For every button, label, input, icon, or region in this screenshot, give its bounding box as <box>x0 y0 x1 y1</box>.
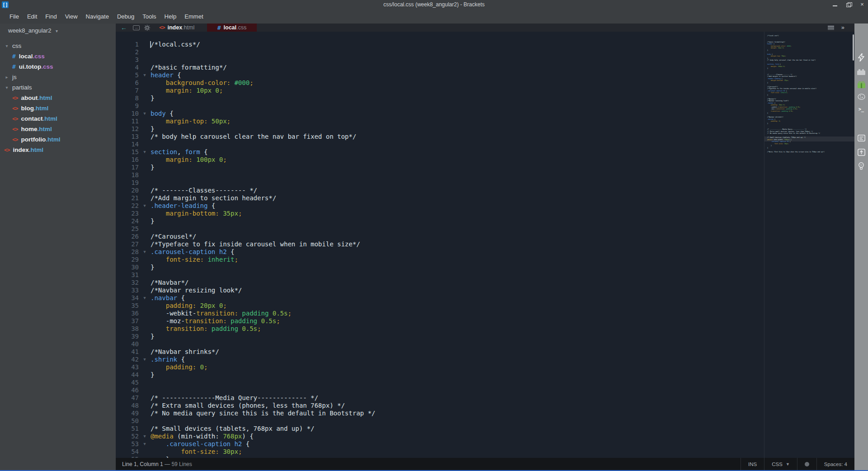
fold-triangle-icon[interactable]: ▼ <box>139 440 151 448</box>
tree-folder-css[interactable]: ▾css <box>0 41 116 51</box>
fold-gutter[interactable] <box>139 233 151 240</box>
fold-gutter[interactable] <box>139 187 151 194</box>
menu-item-navigate[interactable]: Navigate <box>82 11 113 22</box>
menu-item-view[interactable]: View <box>61 11 82 22</box>
fold-gutter[interactable] <box>139 302 151 310</box>
fold-gutter[interactable] <box>139 141 151 148</box>
working-files-list-icon[interactable] <box>828 26 834 30</box>
tab-local-css[interactable]: # local .css <box>207 24 257 32</box>
fold-gutter[interactable] <box>139 179 151 187</box>
cookie-icon[interactable] <box>854 92 868 102</box>
fold-gutter[interactable] <box>139 125 151 133</box>
split-view-icon[interactable]: ↔ <box>133 25 140 30</box>
lint-status-indicator[interactable] <box>797 458 816 470</box>
fold-gutter[interactable] <box>139 333 151 340</box>
fold-gutter[interactable] <box>139 417 151 425</box>
menu-item-help[interactable]: Help <box>160 11 181 22</box>
close-button[interactable]: × <box>859 2 865 7</box>
fold-gutter[interactable] <box>139 210 151 217</box>
fold-triangle-icon[interactable]: ▼ <box>139 294 151 302</box>
tree-file-blog-html[interactable]: <>blog.html <box>0 103 116 113</box>
fold-gutter[interactable] <box>139 240 151 248</box>
insert-mode-indicator[interactable]: INS <box>741 458 764 470</box>
fold-gutter[interactable] <box>139 87 151 94</box>
fold-gutter[interactable] <box>139 325 151 333</box>
tree-folder-js[interactable]: ▸js <box>0 72 116 82</box>
navigate-back-icon[interactable]: ← <box>121 24 127 32</box>
chevron-down-icon[interactable]: ▾ <box>5 43 9 48</box>
fold-triangle-icon[interactable]: ▼ <box>139 110 151 118</box>
code-editor[interactable]: 1/*local.css*/234/*basic formatting*/5▼h… <box>116 32 854 458</box>
fold-gutter[interactable] <box>139 363 151 371</box>
tree-file-contact-html[interactable]: <>contact.html <box>0 113 116 124</box>
fold-gutter[interactable] <box>139 317 151 325</box>
tab-overflow-chevrons-icon[interactable]: » <box>841 24 844 32</box>
fold-gutter[interactable] <box>139 410 151 417</box>
tree-file-index-html[interactable]: <>index.html <box>0 145 116 155</box>
fold-gutter[interactable] <box>139 48 151 56</box>
fold-gutter[interactable] <box>139 379 151 386</box>
fold-triangle-icon[interactable]: ▼ <box>139 148 151 156</box>
tree-file-ui.totop-css[interactable]: #ui.totop.css <box>0 61 116 72</box>
fold-gutter[interactable] <box>139 94 151 102</box>
fold-gutter[interactable] <box>139 156 151 164</box>
fold-gutter[interactable] <box>139 56 151 64</box>
fold-triangle-icon[interactable]: ▼ <box>139 71 151 79</box>
fold-gutter[interactable] <box>139 133 151 141</box>
notes-icon[interactable] <box>854 133 868 143</box>
tree-file-home-html[interactable]: <>home.html <box>0 124 116 134</box>
minimize-button[interactable] <box>832 2 838 7</box>
tree-file-about-html[interactable]: <>about.html <box>0 93 116 103</box>
menu-item-file[interactable]: File <box>5 11 23 22</box>
fold-gutter[interactable] <box>139 287 151 294</box>
fold-gutter[interactable] <box>139 164 151 171</box>
fold-gutter[interactable] <box>139 217 151 225</box>
fold-gutter[interactable] <box>139 118 151 125</box>
live-preview-lightning-icon[interactable] <box>854 52 868 62</box>
editor-scrollbar[interactable] <box>853 34 854 61</box>
upload-icon[interactable] <box>854 147 868 157</box>
tree-file-portfolio-html[interactable]: <>portfolio.html <box>0 134 116 145</box>
chevron-right-icon[interactable]: ▸ <box>5 75 9 80</box>
project-dropdown[interactable]: week8_angular2 ▾ <box>0 24 116 35</box>
fold-gutter[interactable] <box>139 256 151 264</box>
fold-gutter[interactable] <box>139 271 151 279</box>
fold-triangle-icon[interactable]: ▼ <box>139 202 151 210</box>
extension-gift-icon[interactable] <box>854 80 868 89</box>
chevron-down-icon[interactable]: ▾ <box>5 85 9 90</box>
language-mode-dropdown[interactable]: CSS ▼ <box>764 458 797 470</box>
tree-file-local-css[interactable]: #local.css <box>0 51 116 61</box>
menu-item-find[interactable]: Find <box>41 11 61 22</box>
fold-gutter[interactable] <box>139 264 151 271</box>
menu-item-edit[interactable]: Edit <box>23 11 41 22</box>
menu-item-debug[interactable]: Debug <box>113 11 138 22</box>
fold-triangle-icon[interactable]: ▼ <box>139 433 151 440</box>
fold-gutter[interactable] <box>139 402 151 410</box>
terminal-icon[interactable]: >_ <box>854 104 868 114</box>
tab-index-html[interactable]: <> index .html <box>159 24 194 32</box>
fold-triangle-icon[interactable]: ▼ <box>139 248 151 256</box>
fold-gutter[interactable] <box>139 64 151 71</box>
fold-gutter[interactable] <box>139 386 151 394</box>
extension-brick-icon[interactable] <box>854 67 868 77</box>
fold-gutter[interactable] <box>139 225 151 233</box>
fold-triangle-icon[interactable]: ▼ <box>139 356 151 363</box>
fold-gutter[interactable] <box>139 171 151 179</box>
fold-gutter[interactable] <box>139 79 151 87</box>
fold-gutter[interactable] <box>139 41 151 48</box>
menu-item-tools[interactable]: Tools <box>138 11 160 22</box>
fold-gutter[interactable] <box>139 448 151 456</box>
indentation-setting[interactable]: Spaces: 4 <box>816 458 854 470</box>
fold-gutter[interactable] <box>139 394 151 402</box>
tree-folder-partials[interactable]: ▾partials <box>0 82 116 93</box>
restore-button[interactable] <box>845 2 852 7</box>
fold-gutter[interactable] <box>139 310 151 317</box>
fold-gutter[interactable] <box>139 279 151 287</box>
lightbulb-icon[interactable] <box>854 161 868 171</box>
fold-gutter[interactable] <box>139 102 151 110</box>
minimap-panel[interactable]: /*local.css*/ /*basic formatting*/header… <box>764 32 854 458</box>
fold-gutter[interactable] <box>139 194 151 202</box>
fold-gutter[interactable] <box>139 340 151 348</box>
fold-gutter[interactable] <box>139 348 151 356</box>
fold-gutter[interactable] <box>139 371 151 379</box>
